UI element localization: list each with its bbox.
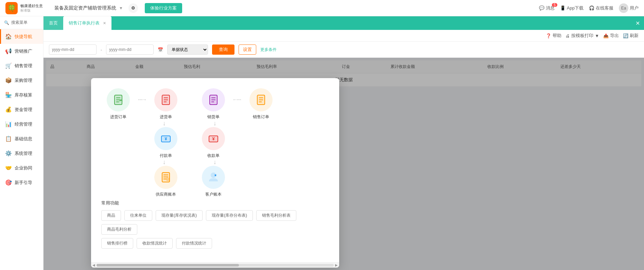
online-service-button[interactable]: 🎧 在线客服 [589, 5, 613, 11]
logo-area: 🍀 畅康通好生意 标准版 [5, 2, 49, 14]
guide-icon: 🎯 [5, 179, 12, 186]
sidebar-item-purchase[interactable]: 📦 采购管理 [0, 73, 43, 88]
payment-bill-label: 付款单 [160, 153, 172, 159]
refresh-button[interactable]: 🔄 刷新 [623, 33, 639, 39]
func-btn-product-profit[interactable]: 商品毛利分析 [101, 224, 137, 235]
sidebar-item-system[interactable]: ⚙️ 系统管理 [0, 146, 43, 161]
search-menu[interactable]: 🔍 搜索菜单 [0, 16, 43, 29]
arrow-left-1: - - -→ [233, 97, 241, 102]
content-area: 首页 销售订单执行表 ✕ ✕ ❓ 帮助 🖨 按模板打印 [43, 16, 644, 270]
sidebar-item-enterprise[interactable]: 🤝 企业协同 [0, 161, 43, 175]
top-bar: 🍀 畅康通好生意 标准版 装备及固定资产辅助管理系统 ▼ ⚙ 体验行业方案 💬 … [0, 0, 644, 16]
tab-home[interactable]: 首页 [43, 16, 63, 30]
arrow-down-receipt: ↓ [196, 159, 278, 166]
modal-body: 进货订单 - - -→ 进货单 [91, 78, 339, 262]
app-download-button[interactable]: 📱 App下载 [560, 5, 584, 11]
func-btn-sales-profit[interactable]: 销售毛利分析表 [256, 210, 296, 221]
gear-button[interactable]: ⚙ [128, 3, 138, 13]
message-button[interactable]: 💬 消息 5 [539, 5, 555, 11]
sidebar-item-quick-nav[interactable]: 🏠 快捷导航 [0, 29, 43, 44]
modal-overlay[interactable]: 进货订单 - - -→ 进货单 [43, 58, 644, 270]
purchase-order-node[interactable]: 进货订单 [101, 88, 135, 120]
app-container: 🍀 畅康通好生意 标准版 装备及固定资产辅助管理系统 ▼ ⚙ 体验行业方案 💬 … [0, 0, 644, 270]
purchase-order-label: 进货订单 [110, 114, 126, 120]
enterprise-icon: 🤝 [5, 165, 12, 171]
export-button[interactable]: 📤 导出 [603, 33, 619, 39]
page-toolbar: ❓ 帮助 🖨 按模板打印 ▼ 📤 导出 🔄 刷新 [43, 30, 644, 42]
main-area: 🔍 搜索菜单 🏠 快捷导航 📢 营销推广 🛒 销售管理 📦 采购管理 🏪 [0, 16, 644, 270]
sidebar-item-sales[interactable]: 🛒 销售管理 [0, 58, 43, 73]
sidebar-item-guide[interactable]: 🎯 新手引导 [0, 175, 43, 190]
scrollbar-thumb[interactable] [97, 264, 239, 267]
scrollbar-track[interactable] [97, 264, 334, 267]
purchase-bill-node[interactable]: 进货单 [149, 88, 183, 120]
flow-right-col: 销货单 - - -→ 销售订单 [196, 88, 278, 197]
svg-text:¥: ¥ [212, 136, 215, 141]
func-btn-payment-stats[interactable]: 付款情况统计 [176, 238, 212, 249]
func-btn-partner[interactable]: 往来单位 [124, 210, 152, 221]
top-right-area: 💬 消息 5 📱 App下载 🎧 在线客服 Ea 用户 [539, 3, 639, 13]
arrow-right-1: - - -→ [138, 97, 146, 102]
scroll-left-arrow[interactable]: ◀ [92, 263, 95, 267]
sales-bill-node[interactable]: 销货单 [196, 88, 230, 120]
func-btn-product[interactable]: 商品 [101, 210, 121, 221]
sidebar-item-inventory[interactable]: 🏪 库存核算 [0, 88, 43, 102]
user-menu[interactable]: Ea 用户 [619, 3, 639, 13]
date-to-input[interactable] [106, 44, 154, 55]
sidebar-item-basic-info[interactable]: 📋 基础信息 [0, 131, 43, 146]
tab-sales-order[interactable]: 销售订单执行表 ✕ [63, 16, 111, 30]
filter-row: - 📅 单据状态 查询 设置 更多条件 [43, 42, 644, 58]
tab-close-icon[interactable]: ✕ [103, 21, 106, 25]
receipt-bill-node[interactable]: ¥ 收款单 [196, 127, 230, 159]
operations-icon: 📊 [5, 121, 12, 127]
func-btn-receipt-stats[interactable]: 收款情况统计 [137, 238, 173, 249]
sidebar-item-operations[interactable]: 📊 经营管理 [0, 117, 43, 131]
system-dropdown-arrow[interactable]: ▼ [119, 6, 123, 11]
search-button[interactable]: 查询 [212, 44, 234, 55]
inventory-icon: 🏪 [5, 92, 12, 98]
help-button[interactable]: ❓ 帮助 [546, 33, 561, 39]
more-conditions-toggle[interactable]: 更多条件 [260, 47, 277, 53]
sidebar-item-marketing[interactable]: 📢 营销推广 [0, 44, 43, 58]
supplier-row: 供应商账本 [101, 166, 183, 197]
window-close-button[interactable]: ✕ [636, 20, 640, 26]
print-button[interactable]: 🖨 按模板打印 ▼ [565, 33, 599, 39]
logo-text: 畅康通好生意 标准版 [20, 3, 43, 13]
trial-button[interactable]: 体验行业方案 [145, 3, 182, 13]
func-btn-sales-rank[interactable]: 销售排行榜 [101, 238, 133, 249]
common-functions-title: 常用功能 [101, 200, 329, 206]
payment-bill-node[interactable]: ¥ 付款单 [149, 127, 183, 159]
print-icon: 🖨 [565, 33, 570, 38]
calendar-icon[interactable]: 📅 [158, 47, 163, 52]
status-select[interactable]: 单据状态 [167, 44, 208, 55]
service-icon: 🎧 [589, 5, 594, 11]
functions-row-2: 销售排行榜 收款情况统计 付款情况统计 [101, 238, 329, 249]
flow-modal: 进货订单 - - -→ 进货单 [91, 78, 339, 268]
payment-bill-icon: ¥ [154, 127, 177, 150]
scroll-right-arrow[interactable]: ▶ [335, 263, 338, 267]
receipt-bill-icon: ¥ [202, 127, 225, 150]
flow-diagram: 进货订单 - - -→ 进货单 [101, 88, 329, 197]
func-btn-stock-status[interactable]: 现存量(库存状况表) [156, 210, 203, 221]
quick-nav-icon: 🏠 [5, 33, 12, 40]
sales-order-label: 销售订单 [253, 114, 269, 120]
supplier-ledger-node[interactable]: 供应商账本 [149, 166, 183, 197]
supplier-ledger-label: 供应商账本 [156, 192, 176, 197]
customer-ledger-node[interactable]: 客户账本 [196, 166, 230, 197]
message-badge: 5 [552, 3, 557, 7]
marketing-icon: 📢 [5, 48, 12, 54]
sidebar-item-finance[interactable]: 💰 资金管理 [0, 102, 43, 117]
date-from-input[interactable] [49, 44, 97, 55]
message-icon: 💬 [539, 5, 544, 11]
modal-scrollbar: ◀ ▶ [91, 262, 339, 268]
func-btn-stock-dist[interactable]: 现存量(库存分布表) [206, 210, 253, 221]
system-title: 装备及固定资产辅助管理系统 ▼ ⚙ 体验行业方案 [54, 3, 539, 13]
page-content: 品 商品 金额 预估毛利 预估毛利率 订金 累计收款金额 收款比例 还差多少天 [43, 58, 644, 270]
sales-icon: 🛒 [5, 62, 12, 69]
customer-row: 客户账本 [196, 166, 278, 197]
sales-order-node[interactable]: 销售订单 [244, 88, 278, 120]
sales-bill-icon [202, 88, 225, 111]
set-button[interactable]: 设置 [239, 44, 256, 55]
svg-rect-18 [167, 178, 169, 181]
svg-text:¥: ¥ [164, 136, 167, 141]
